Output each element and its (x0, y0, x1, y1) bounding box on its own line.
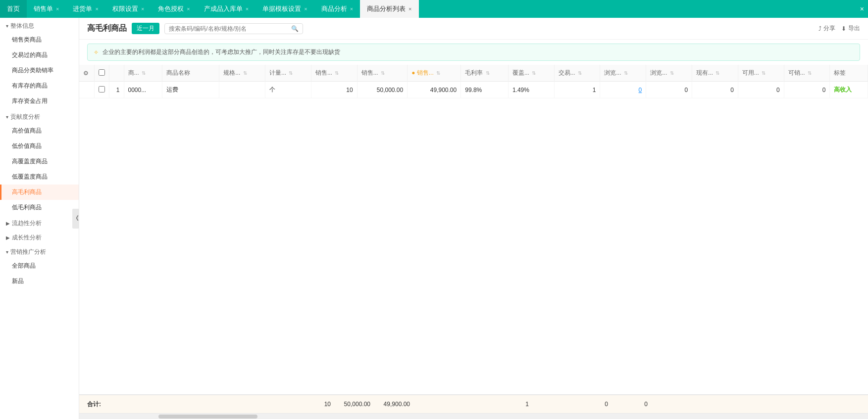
sidebar-section-marketing[interactable]: ▾ 营销推广分析 (0, 244, 79, 258)
period-button[interactable]: 近一月 (132, 23, 159, 34)
cell-name: 运费 (162, 82, 219, 98)
sort-icon-code: ⇅ (142, 70, 146, 76)
sort-icon-available: ⇅ (762, 70, 766, 76)
th-browse1[interactable]: 浏览... ⇅ (600, 65, 646, 82)
nav-product-analysis-list[interactable]: 商品分析列表 × (360, 0, 418, 18)
search-icon[interactable]: 🔍 (291, 25, 299, 32)
sidebar-item-traded-goods[interactable]: 交易过的商品 (0, 47, 79, 63)
cell-sales-profit: 49,900.00 (408, 82, 461, 98)
sidebar-section-trend[interactable]: ▶ 流趋性分析 (0, 215, 79, 230)
footer-total-row: 合计: 10 50,000.00 49,900.00 1 0 (79, 394, 868, 413)
sidebar-item-low-coverage[interactable]: 低覆盖度商品 (0, 169, 79, 185)
nav-purchase-order[interactable]: 进货单 × (66, 0, 105, 18)
sidebar-item-stock-capital[interactable]: 库存资金占用 (0, 93, 79, 109)
close-purchase-order[interactable]: × (95, 6, 98, 12)
footer-cell-profit: 49,900.00 (374, 401, 414, 408)
th-trades[interactable]: 交易... ⇅ (554, 65, 600, 82)
nav-home[interactable]: 首页 (0, 0, 27, 18)
close-permission[interactable]: × (141, 6, 144, 12)
cell-unit: 个 (265, 82, 311, 98)
th-gross-rate-label: 毛利率 (465, 69, 483, 76)
sort-icon-sellable: ⇅ (808, 70, 812, 76)
th-unit-label: 计量... (269, 69, 286, 76)
nav-sales-order[interactable]: 销售单 × (27, 0, 66, 18)
th-code[interactable]: 商... ⇅ (124, 65, 162, 82)
close-sales-order[interactable]: × (56, 6, 59, 12)
select-all-checkbox[interactable] (99, 69, 105, 76)
th-settings[interactable]: ⚙ (79, 65, 94, 82)
th-sellable-label: 可销... (788, 69, 805, 76)
sidebar-item-new-goods[interactable]: 新品 (0, 274, 79, 289)
close-product-analysis[interactable]: × (350, 6, 353, 12)
th-current-stock[interactable]: 现有... ⇅ (692, 65, 738, 82)
sidebar-section-contribution[interactable]: ▾ 贡献度分析 (0, 109, 79, 123)
sidebar-collapse-btn[interactable]: 《 (72, 209, 79, 229)
th-name-label: 商品名称 (166, 69, 190, 76)
cell-browse1[interactable]: 0 (600, 82, 646, 98)
nav-product-analysis[interactable]: 商品分析 × (314, 0, 360, 18)
sidebar-item-instock-goods[interactable]: 有库存的商品 (0, 78, 79, 93)
close-product-inbound[interactable]: × (246, 6, 249, 12)
th-coverage[interactable]: 覆盖... ⇅ (508, 65, 554, 82)
share-icon: ⤴ (818, 25, 821, 32)
row-checkbox[interactable] (99, 86, 105, 93)
cell-settings (79, 82, 94, 98)
th-spec[interactable]: 规格... ⇅ (219, 65, 265, 82)
th-gross-rate[interactable]: 毛利率 ⇅ (461, 65, 509, 82)
nav-product-inbound[interactable]: 产成品入库单 × (197, 0, 255, 18)
footer-cell-amount: 50,000.00 (335, 401, 374, 408)
sidebar-item-high-coverage[interactable]: 高覆盖度商品 (0, 154, 79, 169)
sidebar-section-overall[interactable]: ▾ 整体信息 (0, 18, 79, 32)
th-sales-profit[interactable]: ● 销售... ⇅ (408, 65, 461, 82)
sort-icon-browse2: ⇅ (670, 70, 674, 76)
nav-bill-template[interactable]: 单据模板设置 × (255, 0, 314, 18)
table-row: 1 0000... 运费 个 10 50,000.00 49,900.00 99… (79, 82, 868, 98)
sort-icon-unit: ⇅ (289, 70, 293, 76)
sort-icon-gross: ⇅ (486, 70, 490, 76)
nav-permission-settings[interactable]: 权限设置 × (105, 0, 151, 18)
cell-num: 1 (109, 82, 124, 98)
th-sales-qty[interactable]: 销售... ⇅ (311, 65, 357, 82)
arrow-overall: ▾ (6, 23, 8, 29)
close-product-analysis-list[interactable]: × (408, 6, 411, 12)
th-tag-label: 标签 (834, 69, 846, 76)
arrow-contribution: ▾ (6, 114, 8, 120)
search-input[interactable] (169, 25, 291, 32)
sidebar-item-high-value[interactable]: 高价值商品 (0, 123, 79, 139)
th-sales-qty-label: 销售... (315, 69, 332, 76)
sidebar-item-low-value[interactable]: 低价值商品 (0, 139, 79, 154)
th-browse2-label: 浏览... (650, 69, 667, 76)
export-button[interactable]: ⬇ 导出 (841, 24, 860, 33)
page-title: 高毛利商品 (87, 23, 127, 34)
th-name[interactable]: 商品名称 (162, 65, 219, 82)
sidebar-item-high-margin[interactable]: 高毛利商品 (0, 185, 79, 200)
th-sellable[interactable]: 可销... ⇅ (784, 65, 830, 82)
th-checkbox[interactable] (94, 65, 109, 82)
cell-tag: 高收入 (830, 82, 868, 98)
th-unit[interactable]: 计量... ⇅ (265, 65, 311, 82)
close-role-auth[interactable]: × (187, 6, 190, 12)
sidebar-item-sales-goods[interactable]: 销售类商品 (0, 32, 79, 47)
close-bill-template[interactable]: × (304, 6, 307, 12)
close-all-tabs[interactable]: × (860, 5, 864, 13)
th-sales-amount-label: 销售... (361, 69, 378, 76)
share-button[interactable]: ⤴ 分享 (818, 24, 835, 33)
cell-checkbox[interactable] (94, 82, 109, 98)
horizontal-scrollbar[interactable] (79, 413, 868, 419)
nav-role-auth[interactable]: 角色授权 × (151, 0, 197, 18)
scrollbar-thumb[interactable] (158, 415, 257, 419)
sort-icon-spec: ⇅ (243, 70, 247, 76)
footer-cell-qty: 10 (295, 401, 335, 408)
sidebar-item-low-margin[interactable]: 低毛利商品 (0, 200, 79, 215)
th-browse2[interactable]: 浏览... ⇅ (646, 65, 692, 82)
sidebar-item-category-rate[interactable]: 商品分类助销率 (0, 63, 79, 78)
footer-label: 合计: (87, 400, 117, 409)
sidebar-item-all-goods[interactable]: 全部商品 (0, 258, 79, 274)
th-sales-amount[interactable]: 销售... ⇅ (357, 65, 408, 82)
cell-sales-qty: 10 (311, 82, 357, 98)
th-browse1-label: 浏览... (604, 69, 621, 76)
cell-gross-rate: 99.8% (461, 82, 509, 98)
sidebar-section-growth[interactable]: ▶ 成长性分析 (0, 230, 79, 244)
th-available[interactable]: 可用... ⇅ (738, 65, 784, 82)
cell-trades: 1 (554, 82, 600, 98)
